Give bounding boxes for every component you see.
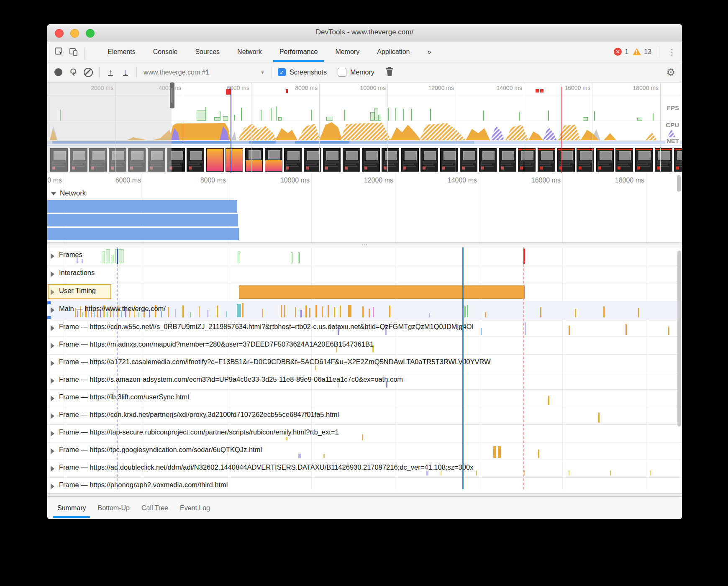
film-thumb[interactable] <box>538 148 555 172</box>
user-timing-bar[interactable] <box>239 285 525 299</box>
network-section-header[interactable]: Network <box>51 189 86 198</box>
film-thumb[interactable] <box>479 148 497 172</box>
disclosure-triangle-icon[interactable] <box>51 343 54 349</box>
device-toolbar-icon[interactable] <box>67 45 81 59</box>
row-frame[interactable]: Frame — https://a1721.casalemedia.com/if… <box>47 355 682 372</box>
disclosure-triangle-icon[interactable] <box>51 431 54 437</box>
network-request-bar[interactable] <box>47 228 239 240</box>
lower-pane-scrollbar[interactable] <box>677 251 681 427</box>
film-thumb[interactable] <box>460 148 477 172</box>
film-thumb[interactable] <box>206 148 224 172</box>
film-thumb[interactable] <box>420 148 438 172</box>
clear-recording-button[interactable] <box>81 65 96 80</box>
main-timeline-pane[interactable]: 4000 ms6000 ms8000 ms10000 ms12000 ms140… <box>47 173 682 242</box>
film-thumb[interactable] <box>187 148 204 172</box>
reload-and-record-button[interactable]: ⟳ <box>66 65 81 80</box>
screenshots-checkbox[interactable]: ✓ Screenshots <box>278 68 327 76</box>
activity-tick <box>309 308 310 317</box>
history-select[interactable]: www.theverge.com #1 ▼ <box>144 69 265 76</box>
more-options-icon[interactable]: ⋮ <box>668 49 676 55</box>
row-frame[interactable]: Frame — https://tpc.googlesyndication.co… <box>47 442 682 460</box>
row-frames[interactable]: Frames <box>47 247 682 265</box>
pane-splitter[interactable]: ⋯ <box>47 242 682 247</box>
disclosure-triangle-icon[interactable] <box>51 253 54 259</box>
main-pane-scrollbar[interactable] <box>677 175 681 192</box>
row-frame[interactable]: Frame — https://ib.3lift.com/userSync.ht… <box>47 390 682 407</box>
film-thumb[interactable] <box>226 148 243 172</box>
save-profile-icon[interactable]: ↓ <box>118 65 133 80</box>
disclosure-triangle-icon[interactable] <box>51 466 54 472</box>
row-frame[interactable]: Frame — https://cdn.w55c.net/i/s_0RB7U9m… <box>47 319 682 337</box>
memory-checkbox[interactable]: Memory <box>338 68 374 77</box>
load-profile-icon[interactable]: ↑ <box>103 65 118 80</box>
film-thumb[interactable] <box>323 148 341 172</box>
disclosure-triangle-icon[interactable] <box>51 360 54 366</box>
film-thumb[interactable] <box>343 148 360 172</box>
tab-bottom-up[interactable]: Bottom-Up <box>92 497 135 519</box>
network-request-bar[interactable] <box>47 214 238 226</box>
inspect-element-icon[interactable] <box>52 45 67 59</box>
film-thumb[interactable] <box>401 148 419 172</box>
network-request-bar[interactable] <box>47 200 237 213</box>
tab-performance[interactable]: Performance <box>271 41 327 62</box>
film-thumb[interactable] <box>245 148 263 172</box>
tab-application[interactable]: Application <box>368 41 418 62</box>
row-usertiming[interactable]: User Timing <box>47 283 682 301</box>
error-badge-icon[interactable]: ✕ <box>614 48 622 56</box>
film-thumb[interactable] <box>362 148 380 172</box>
row-frame[interactable]: Frame — https://cdn.krxd.net/partnerjs/x… <box>47 407 682 425</box>
selection-left-handle[interactable] <box>170 82 174 108</box>
disclosure-triangle-icon[interactable] <box>51 483 54 489</box>
record-button[interactable] <box>51 65 66 80</box>
disclosure-triangle-icon[interactable] <box>51 271 54 277</box>
film-thumb[interactable] <box>577 148 594 172</box>
film-thumb[interactable] <box>557 148 575 172</box>
disclosure-triangle-icon[interactable] <box>51 307 54 313</box>
row-main[interactable]: Main — https://www.theverge.com/ <box>47 301 682 319</box>
tab-call-tree[interactable]: Call Tree <box>136 497 174 519</box>
tab-memory[interactable]: Memory <box>326 41 368 62</box>
film-thumb[interactable] <box>382 148 399 172</box>
tab-network[interactable]: Network <box>228 41 271 62</box>
tab-event-log[interactable]: Event Log <box>174 497 216 519</box>
activity-tick <box>226 311 227 317</box>
film-thumb[interactable] <box>265 148 282 172</box>
film-thumb[interactable] <box>284 148 302 172</box>
timeline-overview[interactable]: 2000 ms4000 ms6000 ms8000 ms10000 ms1200… <box>47 82 682 173</box>
film-thumb[interactable] <box>655 148 672 172</box>
film-thumb[interactable] <box>596 148 614 172</box>
row-frame[interactable]: Frame — https://ad.doubleclick.net/ddm/a… <box>47 460 682 478</box>
disclosure-triangle-icon[interactable] <box>51 448 54 454</box>
film-thumb[interactable] <box>304 148 321 172</box>
tab-more-tabs[interactable]: » <box>418 41 440 62</box>
load-event-marker <box>523 247 524 489</box>
film-thumb[interactable] <box>518 148 536 172</box>
divider <box>47 493 682 497</box>
activity-tick <box>540 307 541 317</box>
disclosure-triangle-icon[interactable] <box>51 396 54 401</box>
film-thumb[interactable] <box>615 148 633 172</box>
tab-summary[interactable]: Summary <box>51 497 92 519</box>
row-frame[interactable]: Frame — https://tap-secure.rubiconprojec… <box>47 425 682 442</box>
settings-gear-icon[interactable]: ⚙ <box>666 67 675 78</box>
tab-elements[interactable]: Elements <box>99 41 144 62</box>
tab-sources[interactable]: Sources <box>186 41 228 62</box>
film-thumb[interactable] <box>674 148 682 172</box>
row-plain[interactable]: Interactions <box>47 265 682 283</box>
flame-chart-pane[interactable]: FramesInteractionsUser TimingMain — http… <box>47 247 682 493</box>
disclosure-triangle-icon[interactable] <box>51 325 54 331</box>
tab-console[interactable]: Console <box>144 41 187 62</box>
warning-icon[interactable] <box>633 48 641 55</box>
garbage-collect-icon[interactable] <box>386 68 393 76</box>
row-frame[interactable]: Frame — https://s.amazon-adsystem.com/ec… <box>47 372 682 390</box>
film-thumb[interactable] <box>440 148 458 172</box>
disclosure-triangle-icon[interactable] <box>51 413 54 419</box>
row-frame[interactable]: Frame — https://m.adnxs.com/mapuid?membe… <box>47 337 682 355</box>
fps-bar <box>395 108 396 121</box>
film-thumb[interactable] <box>635 148 653 172</box>
row-frame[interactable]: Frame — https://phonograph2.voxmedia.com… <box>47 478 682 493</box>
film-thumb[interactable] <box>499 148 516 172</box>
activity-tick <box>295 307 296 317</box>
disclosure-triangle-icon[interactable] <box>51 378 54 384</box>
activity-tick <box>362 306 364 317</box>
